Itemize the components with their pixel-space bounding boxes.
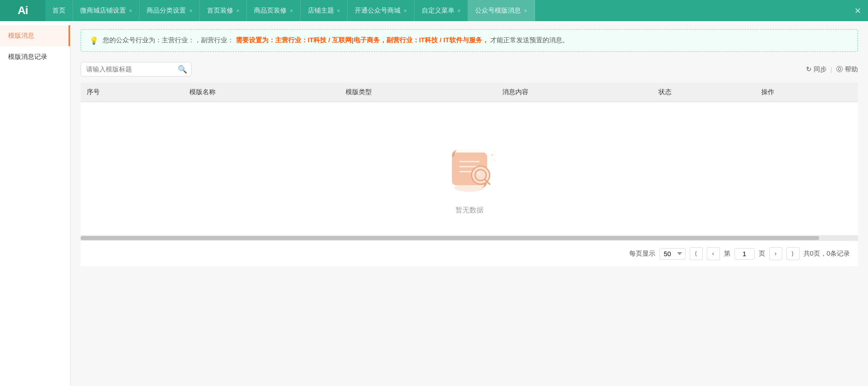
divider: | xyxy=(831,65,832,73)
help-button[interactable]: ⓪ 帮助 xyxy=(836,65,858,74)
nav-tab-open-mall[interactable]: 开通公众号商城× xyxy=(348,0,414,21)
empty-text: 暂无数据 xyxy=(455,206,484,215)
table-container: 序号模版名称模版类型消息内容状态操作 xyxy=(81,83,858,241)
search-input-wrap: 🔍 xyxy=(81,62,191,76)
sidebar-item-template-message-record[interactable]: 模版消息记录 xyxy=(0,46,70,67)
col-header-name: 模版名称 xyxy=(183,83,340,102)
pagination: 每页显示 102050100 ⟨ ‹ 第 页 › ⟩ 共0页，0条记录 xyxy=(81,241,858,266)
bulb-icon: 💡 xyxy=(89,36,99,45)
nav-tab-list: 首页微商城店铺设置×商品分类设置×首页装修×商品页装修×店铺主题×开通公众号商城… xyxy=(45,0,847,21)
col-header-action: 操作 xyxy=(755,83,858,102)
page-size-label: 每页显示 xyxy=(629,249,655,258)
page-label: 第 xyxy=(724,249,730,258)
empty-state: 暂无数据 xyxy=(87,107,852,230)
sync-icon: ↻ xyxy=(806,65,812,73)
nav-tab-custom-menu[interactable]: 自定义菜单× xyxy=(415,0,468,21)
close-tab-custom-menu[interactable]: × xyxy=(457,8,460,14)
notice-text: 您的公众号行业为：主营行业：，副营行业： 需要设置为：主营行业：IT科技 / 互… xyxy=(103,36,569,45)
svg-point-8 xyxy=(477,172,480,175)
table-header-row: 序号模版名称模版类型消息内容状态操作 xyxy=(81,83,858,102)
notice-box: 💡 您的公众号行业为：主营行业：，副营行业： 需要设置为：主营行业：IT科技 /… xyxy=(81,29,858,52)
nav-tab-home[interactable]: 首页 xyxy=(45,0,73,21)
horizontal-scrollbar[interactable] xyxy=(81,236,858,241)
nav-tab-product-decor[interactable]: 商品页装修× xyxy=(247,0,300,21)
nav-tab-micro-shop[interactable]: 微商城店铺设置× xyxy=(73,0,140,21)
content-area: 💡 您的公众号行业为：主营行业：，副营行业： 需要设置为：主营行业：IT科技 /… xyxy=(71,21,868,386)
nav-tab-template-msg[interactable]: 公众号模版消息× xyxy=(468,0,535,21)
close-tab-product-decor[interactable]: × xyxy=(290,8,293,14)
empty-illustration xyxy=(439,137,500,198)
sidebar: 模版消息模版消息记录 xyxy=(0,21,71,386)
pagination-total: 共0页，0条记录 xyxy=(804,249,850,258)
first-page-button[interactable]: ⟨ xyxy=(690,247,703,260)
app-logo: Ai xyxy=(0,0,45,21)
close-tab-shop-theme[interactable]: × xyxy=(337,8,340,14)
search-input[interactable] xyxy=(81,62,191,76)
close-tab-home-decor[interactable]: × xyxy=(236,8,239,14)
top-navigation: Ai 首页微商城店铺设置×商品分类设置×首页装修×商品页装修×店铺主题×开通公众… xyxy=(0,0,868,21)
nav-tab-home-decor[interactable]: 首页装修× xyxy=(200,0,247,21)
svg-point-11 xyxy=(493,151,494,152)
col-header-status: 状态 xyxy=(652,83,755,102)
toolbar-right: ↻ 同步 | ⓪ 帮助 xyxy=(806,65,858,74)
scrollbar-thumb xyxy=(81,236,819,240)
prev-page-button[interactable]: ‹ xyxy=(707,247,720,260)
empty-state-cell: 暂无数据 xyxy=(81,102,858,236)
table-header: 序号模版名称模版类型消息内容状态操作 xyxy=(81,83,858,102)
last-page-button[interactable]: ⟩ xyxy=(786,247,799,260)
close-all-tabs-button[interactable]: ✕ xyxy=(847,0,868,21)
page-size-select[interactable]: 102050100 xyxy=(659,248,686,260)
empty-state-row: 暂无数据 xyxy=(81,102,858,236)
close-tab-template-msg[interactable]: × xyxy=(524,8,527,14)
close-tab-open-mall[interactable]: × xyxy=(404,8,407,14)
help-icon: ⓪ xyxy=(836,65,843,74)
nav-tab-shop-theme[interactable]: 店铺主题× xyxy=(301,0,348,21)
close-tab-micro-shop[interactable]: × xyxy=(129,8,132,14)
data-table: 序号模版名称模版类型消息内容状态操作 xyxy=(81,83,858,236)
close-tab-product-category[interactable]: × xyxy=(189,8,192,14)
sidebar-item-template-message[interactable]: 模版消息 xyxy=(0,25,70,46)
svg-point-9 xyxy=(491,154,493,156)
col-header-index: 序号 xyxy=(81,83,183,102)
search-bar: 🔍 ↻ 同步 | ⓪ 帮助 xyxy=(81,62,858,76)
table-body: 暂无数据 xyxy=(81,102,858,236)
sync-button[interactable]: ↻ 同步 xyxy=(806,65,827,74)
svg-point-10 xyxy=(494,160,495,161)
page-suffix: 页 xyxy=(759,249,765,258)
main-layout: 模版消息模版消息记录 💡 您的公众号行业为：主营行业：，副营行业： 需要设置为：… xyxy=(0,21,868,386)
next-page-button[interactable]: › xyxy=(769,247,782,260)
col-header-type: 模版类型 xyxy=(340,83,496,102)
nav-tab-product-category[interactable]: 商品分类设置× xyxy=(140,0,199,21)
col-header-content: 消息内容 xyxy=(496,83,652,102)
page-input[interactable] xyxy=(735,248,755,260)
search-icon[interactable]: 🔍 xyxy=(178,65,187,74)
